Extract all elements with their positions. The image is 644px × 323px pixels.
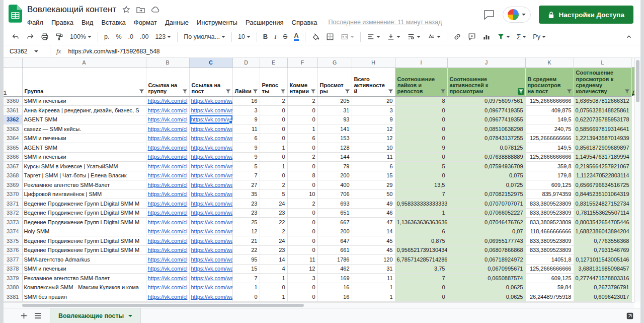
cell-views[interactable]: 93 (317, 115, 352, 124)
cell-activities-to-views-ratio[interactable]: 0,07082152975 (447, 189, 525, 199)
row-number[interactable]: 3375 (4, 236, 22, 246)
column-header-cell[interactable]: Ссылка на пост (189, 68, 232, 96)
cell-likes-to-reposts-ratio[interactable]: 5 (395, 162, 447, 171)
cell-views-to-avg-ratio[interactable]: 1,6882386043894204 (574, 227, 631, 236)
print-button[interactable] (38, 30, 52, 43)
post-link[interactable]: https://vk.com/wa (191, 191, 233, 197)
functions-button[interactable]: Σ (514, 30, 530, 43)
cell-comments[interactable]: 12 (287, 264, 317, 274)
cell-total-activities[interactable]: 1 (352, 283, 395, 292)
row-number[interactable]: 3376 (4, 245, 22, 255)
group-link[interactable]: https://vk.com/cl (148, 154, 188, 160)
horizontal-scrollbar[interactable] (4, 302, 634, 308)
cell-comments[interactable]: 3 (287, 274, 317, 283)
font-select[interactable]: По умолча... (181, 30, 228, 43)
cell-views[interactable]: 128 (317, 143, 352, 153)
cell-likes-to-reposts-ratio[interactable]: 0 (395, 124, 447, 134)
cell-activities-to-views-ratio[interactable]: 0,07 (447, 227, 525, 236)
cell-likes-to-reposts-ratio[interactable]: 3,75 (395, 264, 447, 274)
cell-reposts[interactable]: 0 (260, 171, 287, 180)
post-link[interactable]: https://vk.com/wa (191, 126, 233, 132)
cell-likes[interactable]: 6 (232, 134, 260, 143)
cell-views[interactable]: 16 (317, 292, 352, 302)
meet-presence-button[interactable] (503, 7, 531, 23)
cell-views-to-avg-ratio[interactable]: 0,8445235101064319 (574, 189, 631, 199)
cell-views[interactable]: 693 (317, 199, 352, 209)
cell-avg-views-per-post[interactable]: 609,125 (525, 274, 574, 283)
group-link[interactable]: https://vk.com/cl (148, 210, 188, 216)
cell-likes-to-reposts-ratio[interactable]: 1,1363636363636365 (395, 218, 447, 227)
cell-post-link[interactable]: https://vk.com/wa (189, 199, 232, 209)
row-number[interactable]: 3380 (4, 283, 22, 292)
cell-likes-to-reposts-ratio[interactable]: 0 (395, 283, 447, 292)
cell-likes-to-reposts-ratio[interactable]: 6,785714285714286 (395, 255, 447, 265)
group-link[interactable]: https://vk.com/cl (148, 238, 188, 244)
row-number[interactable]: 3370 (4, 189, 22, 199)
cell-comments[interactable]: 0 (287, 218, 317, 227)
cell-views[interactable]: 141 (317, 124, 352, 134)
cell-avg-views-per-post[interactable]: 149,5 (525, 143, 574, 153)
cell-reposts[interactable]: 0 (260, 124, 287, 134)
cell-group-link[interactable]: https://vk.com/cl (146, 143, 189, 153)
cell-group-name[interactable]: Курсы SMM в Ижевске | УсатыйSMM (22, 162, 146, 171)
cell-group-name[interactable]: Ведение Продвижение Групп LDigital SMM М (22, 245, 146, 255)
cell-total-activities[interactable]: 12 (352, 134, 395, 143)
menu-item[interactable]: Справка (288, 17, 321, 28)
cell-reposts[interactable]: 0 (260, 106, 287, 115)
cell-post-link[interactable]: https://vk.com/wa (189, 255, 232, 265)
cell-activities-to-views-ratio[interactable]: 0,07070707071 (447, 199, 525, 209)
column-filter-icon[interactable] (344, 88, 351, 95)
column-header-cell[interactable]: Соотношение просмотров к среднему количе… (574, 68, 631, 96)
cell-group-link[interactable]: https://vk.com/cl (146, 152, 189, 162)
sheet-tab-active[interactable]: Вовлекающие посты (50, 308, 141, 323)
row-number[interactable]: 3360 (4, 96, 22, 106)
insert-chart-button[interactable] (479, 30, 494, 43)
group-link[interactable]: https://vk.com/cl (148, 191, 188, 197)
filter-button[interactable] (494, 30, 513, 43)
cell-activities-to-views-ratio[interactable]: 0,0725 (447, 180, 525, 190)
column-header-cell[interactable]: Соотношение лайков и репостов (395, 68, 447, 96)
cell-views[interactable]: 462 (317, 264, 352, 274)
vertical-scrollbar-thumb[interactable] (636, 60, 639, 102)
column-header-cell[interactable]: Комментарии (287, 68, 317, 96)
post-link[interactable]: https://vk.com/wa (191, 275, 233, 281)
redo-button[interactable] (23, 30, 37, 43)
input-tools-button[interactable]: Ру (530, 30, 549, 43)
cell-activities-to-views-ratio[interactable]: 0,07638888889 (447, 152, 525, 162)
cell-activities-to-views-ratio[interactable]: 0,08510638298 (447, 124, 525, 134)
cell-reposts[interactable]: 22 (260, 218, 287, 227)
cell-likes[interactable]: 35 (232, 189, 260, 199)
all-sheets-button[interactable] (31, 309, 45, 323)
column-filter-icon[interactable] (624, 88, 630, 95)
row-number[interactable]: 3369 (4, 180, 22, 190)
group-link[interactable]: https://vk.com/cl (148, 201, 188, 207)
cell-views-to-avg-ratio[interactable]: 1,2213943587014939 (574, 134, 631, 143)
cell-likes[interactable]: 7 (232, 171, 260, 180)
cell-reposts[interactable]: 23 (260, 208, 287, 218)
cell-comments[interactable]: 0 (287, 180, 317, 190)
cell-group-link[interactable]: https://vk.com/cl (146, 96, 189, 106)
cell-activities-to-views-ratio[interactable]: 0,0670995671 (447, 264, 525, 274)
cell-post-link[interactable]: https://vk.com/wa (189, 134, 232, 143)
group-link[interactable]: https://vk.com/cl (148, 172, 188, 178)
post-link[interactable]: https://vk.com/wa (191, 98, 233, 104)
cell-total-activities[interactable]: 49 (352, 199, 395, 209)
cell-total-activities[interactable]: 11 (352, 274, 395, 283)
cell-avg-views-per-post[interactable]: 609,125 (525, 180, 574, 190)
group-link[interactable]: https://vk.com/cl (148, 275, 188, 281)
cell-views-to-avg-ratio[interactable]: 0,7931546769 (574, 245, 631, 255)
cell-post-link[interactable]: https://vk.com/wa (189, 236, 232, 246)
cell-views-to-avg-ratio[interactable]: 0,7811553625507114 (574, 208, 631, 218)
cell-total-activities[interactable]: 46 (352, 208, 395, 218)
cell-group-link[interactable]: https://vk.com/cl (146, 283, 189, 292)
menu-item[interactable]: Расширения (242, 17, 288, 28)
cell-total-activities[interactable]: 47 (352, 218, 395, 227)
cell-reposts[interactable]: 1 (260, 143, 287, 153)
cell-group-name[interactable]: SMM без правил (22, 292, 146, 302)
cell-likes[interactable]: 22 (232, 245, 260, 255)
cell-group-name[interactable]: SMM-агентство Admarkus (22, 255, 146, 265)
menu-item[interactable]: Данные (161, 17, 193, 28)
add-sheet-button[interactable] (17, 309, 31, 323)
merge-cells-button[interactable] (338, 30, 357, 43)
post-link[interactable]: https://vk.com/wa (191, 256, 233, 263)
